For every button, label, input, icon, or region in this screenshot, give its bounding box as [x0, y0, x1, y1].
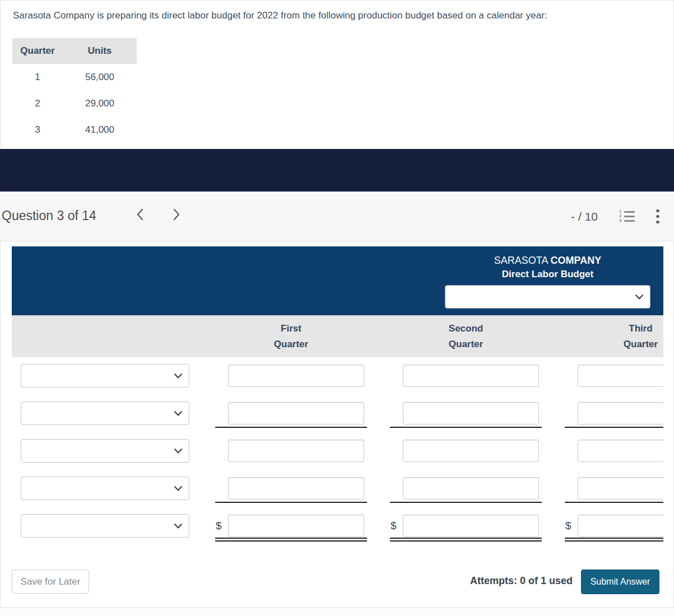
chevron-left-icon	[136, 208, 144, 223]
production-table-row: 229,000	[12, 90, 137, 116]
subtotal-underline	[215, 502, 367, 503]
company-name-title: SARASOTA COMPANY	[445, 254, 650, 268]
amount-input[interactable]	[228, 402, 364, 424]
row-label-select[interactable]	[21, 514, 189, 538]
subtotal-underline	[390, 502, 542, 503]
column-header-third-quarter: ThirdQuarter	[565, 321, 663, 352]
units-value: 56,000	[63, 72, 137, 83]
quarter-value: 1	[12, 72, 63, 83]
amount-cell	[215, 402, 367, 425]
subtotal-underline	[390, 427, 542, 428]
dollar-sign-label: $	[216, 520, 222, 532]
section-divider-bar	[0, 149, 674, 192]
row-label-select[interactable]	[21, 364, 189, 388]
amount-cell	[390, 364, 542, 388]
amount-input[interactable]	[403, 515, 539, 537]
chevron-down-icon	[174, 521, 182, 531]
question-counter: Question 3 of 14	[2, 208, 96, 223]
budget-body: $$$	[12, 357, 663, 556]
row-label-select[interactable]	[21, 402, 189, 425]
amount-cell	[565, 364, 663, 388]
page-bottom-strip	[0, 607, 674, 616]
total-double-underline	[390, 538, 542, 542]
chevron-down-icon	[174, 483, 182, 493]
row-label-select[interactable]	[21, 477, 189, 500]
chevron-down-icon	[635, 292, 643, 302]
row-label-select[interactable]	[21, 439, 189, 463]
submit-answer-button[interactable]: Submit Answer	[581, 570, 659, 594]
question-navigation-bar: Question 3 of 14 - / 10 1 2 3	[0, 192, 674, 241]
chevron-down-icon	[174, 371, 182, 381]
amount-cell	[215, 364, 367, 388]
amount-input[interactable]	[403, 402, 539, 424]
production-table-body: 156,000229,000341,000	[12, 64, 137, 143]
amount-input[interactable]	[578, 477, 663, 500]
amount-cell	[390, 477, 542, 500]
chevron-right-icon	[173, 208, 180, 223]
budget-column-headers: FirstQuarterSecondQuarterThirdQuarter	[12, 315, 663, 357]
amount-input[interactable]	[403, 477, 539, 500]
units-value: 29,000	[63, 98, 137, 109]
budget-table-header: SARASOTA COMPANY Direct Labor Budget	[12, 246, 663, 315]
quarter-column-header: Quarter	[12, 45, 63, 57]
chevron-down-icon	[174, 408, 182, 418]
problem-intro-text: Sarasota Company is preparing its direct…	[13, 9, 657, 22]
amount-input[interactable]	[578, 402, 663, 424]
budget-row	[12, 477, 663, 500]
chevron-down-icon	[174, 446, 182, 456]
budget-row	[12, 439, 663, 463]
question-list-icon[interactable]: 1 2 3	[619, 210, 635, 223]
previous-question-button[interactable]	[133, 208, 147, 223]
amount-input[interactable]	[228, 365, 364, 387]
direct-labor-budget-table: SARASOTA COMPANY Direct Labor Budget Fir…	[12, 246, 663, 556]
save-for-later-button[interactable]: Save for Later	[12, 570, 89, 594]
subtotal-underline	[215, 427, 367, 428]
amount-input[interactable]	[228, 477, 364, 500]
amount-cell	[390, 402, 542, 425]
amount-cell	[215, 439, 367, 463]
column-header-second-quarter: SecondQuarter	[390, 321, 542, 352]
production-table: Quarter Units 156,000229,000341,000	[12, 38, 137, 143]
period-select[interactable]	[445, 285, 650, 309]
amount-cell	[215, 477, 367, 500]
column-header-first-quarter: FirstQuarter	[215, 321, 367, 352]
amount-input[interactable]	[403, 440, 539, 462]
production-table-row: 341,000	[12, 116, 137, 143]
question-bar-right-group: - / 10 1 2 3	[571, 192, 659, 241]
attempts-counter: Attempts: 0 of 1 used	[470, 575, 573, 587]
problem-card: Sarasota Company is preparing its direct…	[0, 0, 674, 149]
budget-row	[12, 402, 663, 425]
budget-row	[12, 364, 663, 388]
next-question-button[interactable]	[169, 208, 184, 223]
quarter-value: 3	[12, 124, 63, 136]
amount-input[interactable]	[228, 440, 364, 462]
amount-cell: $	[215, 514, 367, 538]
amount-cell: $	[565, 514, 663, 538]
subtotal-underline	[565, 502, 663, 503]
amount-input[interactable]	[403, 365, 539, 387]
production-table-header: Quarter Units	[12, 38, 137, 64]
quarter-value: 2	[12, 98, 63, 109]
amount-cell	[565, 439, 663, 463]
units-value: 41,000	[63, 124, 137, 136]
score-display: - / 10	[571, 210, 598, 223]
more-options-icon[interactable]	[656, 209, 659, 224]
subtotal-underline	[565, 427, 663, 428]
amount-input[interactable]	[578, 440, 663, 462]
budget-subtitle: Direct Labor Budget	[445, 268, 650, 281]
production-table-row: 156,000	[12, 64, 137, 90]
amount-input[interactable]	[578, 515, 663, 537]
dollar-sign-label: $	[565, 520, 571, 532]
amount-cell	[390, 439, 542, 463]
budget-title-block: SARASOTA COMPANY Direct Labor Budget	[445, 254, 650, 281]
budget-row: $$$	[12, 514, 663, 538]
amount-input[interactable]	[228, 515, 364, 537]
dollar-sign-label: $	[391, 520, 397, 532]
amount-cell	[565, 477, 663, 500]
total-double-underline	[565, 538, 663, 542]
amount-input[interactable]	[578, 365, 663, 387]
amount-cell	[565, 402, 663, 425]
amount-cell: $	[390, 514, 542, 538]
answer-section: SARASOTA COMPANY Direct Labor Budget Fir…	[0, 241, 674, 607]
units-column-header: Units	[63, 45, 137, 57]
